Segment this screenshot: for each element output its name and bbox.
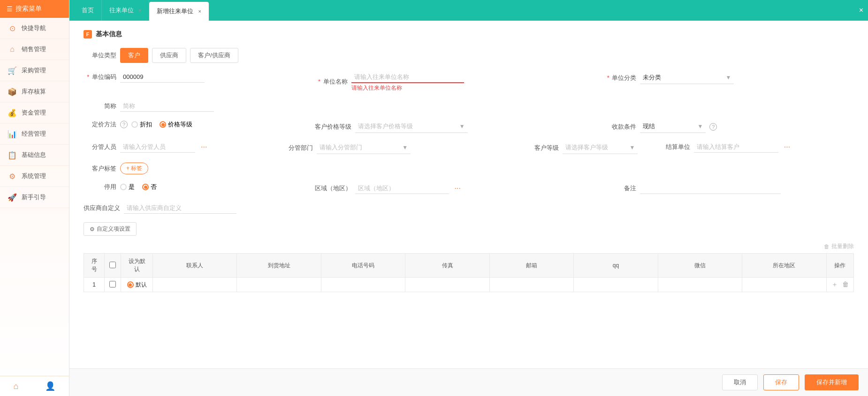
customer-price-level-arrow: ▼ <box>459 123 465 130</box>
settlement-unit-input[interactable] <box>694 141 778 153</box>
disabled-field: 停用 是 否 <box>84 183 315 191</box>
row-contact[interactable] <box>152 278 236 292</box>
batch-delete-area: 🗑 批量删除 <box>84 242 854 250</box>
tabs-bar: 首页 往来单位 × 新增往来单位 × × <box>69 0 868 21</box>
tab-new-partner[interactable]: 新增往来单位 × <box>149 2 208 21</box>
row-delivery[interactable] <box>237 278 321 292</box>
section-title-icon: F <box>84 30 92 39</box>
home-bottom-icon[interactable]: ⌂ <box>14 381 19 391</box>
row-checkbox-input[interactable] <box>109 281 116 287</box>
tab-partners-close[interactable]: × <box>138 8 141 13</box>
save-and-new-button[interactable]: 保存并新增 <box>805 374 859 390</box>
row-seq: 1 <box>84 278 105 292</box>
row-email-input[interactable] <box>495 281 569 288</box>
customer-level-field: 客户等级 请选择客户等级 ▼ <box>526 141 657 154</box>
col-seq: 序号 <box>84 254 105 278</box>
row-qq-input[interactable] <box>579 281 653 288</box>
sidebar-item-operations[interactable]: 📊 经营管理 <box>0 124 69 145</box>
row-fax[interactable] <box>405 278 489 292</box>
close-all-tabs[interactable]: × <box>859 6 863 15</box>
manager-label: 分管人员 <box>84 143 116 151</box>
row-email[interactable] <box>489 278 573 292</box>
sidebar-item-basic[interactable]: 📋 基础信息 <box>0 145 69 166</box>
short-name-input[interactable] <box>120 101 214 112</box>
row-fax-input[interactable] <box>410 281 484 288</box>
row-delete-btn[interactable]: 🗑 <box>842 280 849 288</box>
supplier-custom-input[interactable] <box>124 202 236 214</box>
unit-btn-both[interactable]: 客户/供应商 <box>190 48 238 63</box>
select-all-checkbox[interactable] <box>109 262 116 268</box>
search-menu-btn[interactable]: ☰ 搜索菜单 <box>0 0 69 18</box>
sidebar-item-finance[interactable]: 💰 资金管理 <box>0 102 69 124</box>
remark-input[interactable] <box>640 183 781 194</box>
col-email: 邮箱 <box>489 254 573 278</box>
contact-table: 序号 设为默认 联系人 到货地址 电话号码 传真 邮箱 qq 微信 所在地区 操… <box>84 253 854 292</box>
row-location-input[interactable] <box>747 281 821 288</box>
row-wechat-input[interactable] <box>663 281 737 288</box>
payment-terms-arrow: ▼ <box>697 123 703 130</box>
payment-terms-label: 收款条件 <box>603 123 636 131</box>
pricing-level-radio[interactable]: 价格等级 <box>160 120 192 129</box>
disabled-row: 停用 是 否 区域（地区） ··· 备注 <box>84 183 854 194</box>
manager-input[interactable] <box>120 141 195 153</box>
add-tag-btn[interactable]: + 标签 <box>120 163 148 174</box>
customer-price-level-select[interactable]: 请选择客户价格等级 ▼ <box>355 120 468 133</box>
manager-more-btn[interactable]: ··· <box>199 143 209 151</box>
tab-home[interactable]: 首页 <box>74 0 102 21</box>
unit-btn-customer[interactable]: 客户 <box>120 48 148 63</box>
pricing-discount-radio[interactable]: 折扣 <box>131 120 152 129</box>
unit-code-input[interactable] <box>120 71 205 83</box>
disabled-no-circle <box>142 184 149 190</box>
department-select[interactable]: 请输入分管部门 ▼ <box>317 141 411 154</box>
save-button[interactable]: 保存 <box>763 374 799 390</box>
sidebar-item-quick-nav[interactable]: ⊙ 快捷导航 <box>0 18 69 39</box>
sidebar-item-inventory[interactable]: 📦 库存核算 <box>0 81 69 102</box>
row-contact-input[interactable] <box>158 281 232 288</box>
payment-terms-value: 现结 <box>643 122 697 131</box>
row-delivery-input[interactable] <box>242 281 316 288</box>
unit-type-label: 单位类型 <box>84 51 116 60</box>
unit-btn-supplier[interactable]: 供应商 <box>152 48 186 63</box>
row-default-radio[interactable]: 默认 <box>126 281 148 289</box>
sidebar-item-system[interactable]: ⚙ 系统管理 <box>0 166 69 187</box>
code-name-category-row: * 单位编码 * 单位名称 请输入往来单位名称 * 单位分类 <box>84 71 854 92</box>
tab-partners[interactable]: 往来单位 × <box>102 0 149 21</box>
row-phone[interactable] <box>321 278 405 292</box>
region-more-btn[interactable]: ··· <box>453 184 463 193</box>
col-checkbox <box>105 254 121 278</box>
sidebar-item-guide[interactable]: 🚀 新手引导 <box>0 187 69 208</box>
cancel-button[interactable]: 取消 <box>722 374 758 390</box>
pricing-method-label: 定价方法 <box>84 120 116 129</box>
tab-new-partner-close[interactable]: × <box>198 8 201 14</box>
row-checkbox <box>105 278 121 292</box>
department-field: 分管部门 请输入分管部门 ▼ <box>280 141 526 154</box>
region-input[interactable] <box>355 183 449 194</box>
row-add-btn[interactable]: ＋ <box>831 280 838 288</box>
payment-terms-help-icon[interactable]: ? <box>709 123 717 131</box>
unit-name-input[interactable] <box>351 71 464 83</box>
row-phone-input[interactable] <box>326 281 400 288</box>
department-label: 分管部门 <box>280 144 313 152</box>
row-location[interactable] <box>742 278 826 292</box>
custom-settings-icon: ⚙ <box>90 226 95 233</box>
settlement-unit-label: 结算单位 <box>657 143 690 151</box>
disabled-no-radio[interactable]: 否 <box>142 183 157 191</box>
batch-delete-label[interactable]: 批量删除 <box>831 242 854 250</box>
col-action: 操作 <box>826 254 853 278</box>
bottom-action-bar: 取消 保存 保存并新增 <box>69 368 868 396</box>
user-bottom-icon[interactable]: 👤 <box>45 381 55 391</box>
customer-level-select[interactable]: 请选择客户等级 ▼ <box>563 141 638 154</box>
row-wechat[interactable] <box>658 278 742 292</box>
unit-name-error-msg: 请输入往来单位名称 <box>351 84 604 92</box>
settlement-more-btn[interactable]: ··· <box>782 143 792 151</box>
sidebar-item-purchase[interactable]: 🛒 采购管理 <box>0 60 69 81</box>
unit-category-label: * 单位分类 <box>603 74 636 82</box>
disabled-yes-radio[interactable]: 是 <box>120 183 135 191</box>
unit-category-select[interactable]: 未分类 ▼ <box>640 71 734 84</box>
custom-settings-btn[interactable]: ⚙ 自定义项设置 <box>84 222 137 236</box>
payment-terms-select[interactable]: 现结 ▼ <box>640 120 706 133</box>
sidebar-item-sales[interactable]: ⌂ 销售管理 <box>0 39 69 60</box>
unit-category-arrow: ▼ <box>725 74 731 81</box>
pricing-help-icon[interactable]: ? <box>120 121 128 128</box>
row-qq[interactable] <box>574 278 658 292</box>
